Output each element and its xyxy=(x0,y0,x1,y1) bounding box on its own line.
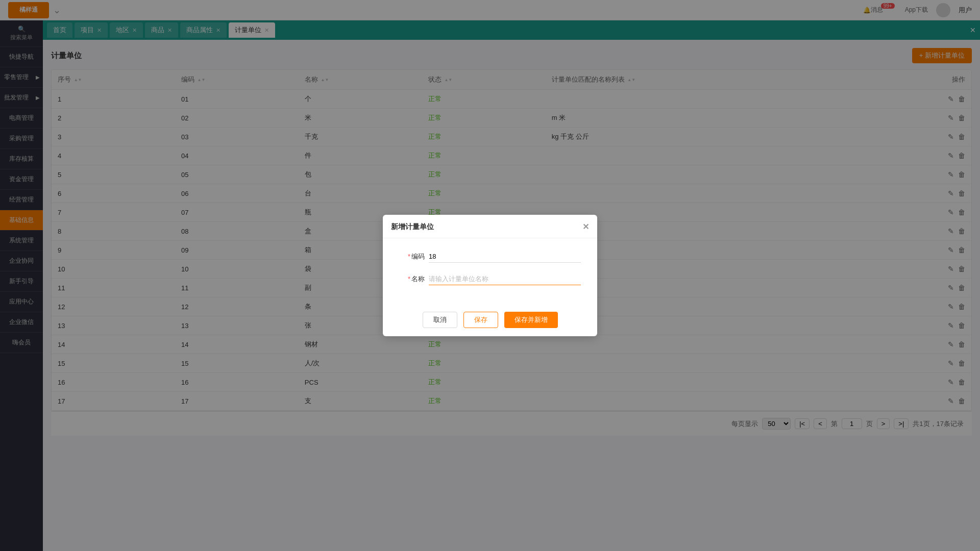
add-unit-modal: 新增计量单位 ✕ *编码 *名称 取消 保存 保存并新增 xyxy=(383,215,597,336)
code-required-mark: * xyxy=(408,253,410,260)
name-required-mark: * xyxy=(408,275,410,283)
name-input[interactable] xyxy=(429,273,581,285)
modal-overlay[interactable]: 新增计量单位 ✕ *编码 *名称 取消 保存 保存并新增 xyxy=(0,0,980,551)
code-input[interactable] xyxy=(429,251,581,263)
modal-close-btn[interactable]: ✕ xyxy=(582,222,589,232)
modal-footer: 取消 保存 保存并新增 xyxy=(383,306,597,336)
name-label: *名称 xyxy=(399,274,425,284)
name-form-row: *名称 xyxy=(399,273,581,285)
modal-body: *编码 *名称 xyxy=(383,238,597,306)
code-label: *编码 xyxy=(399,252,425,261)
modal-header: 新增计量单位 ✕ xyxy=(383,215,597,238)
modal-title: 新增计量单位 xyxy=(391,222,434,232)
code-form-row: *编码 xyxy=(399,251,581,263)
cancel-button[interactable]: 取消 xyxy=(423,312,457,328)
save-button[interactable]: 保存 xyxy=(463,312,498,328)
save-add-button[interactable]: 保存并新增 xyxy=(504,312,558,328)
